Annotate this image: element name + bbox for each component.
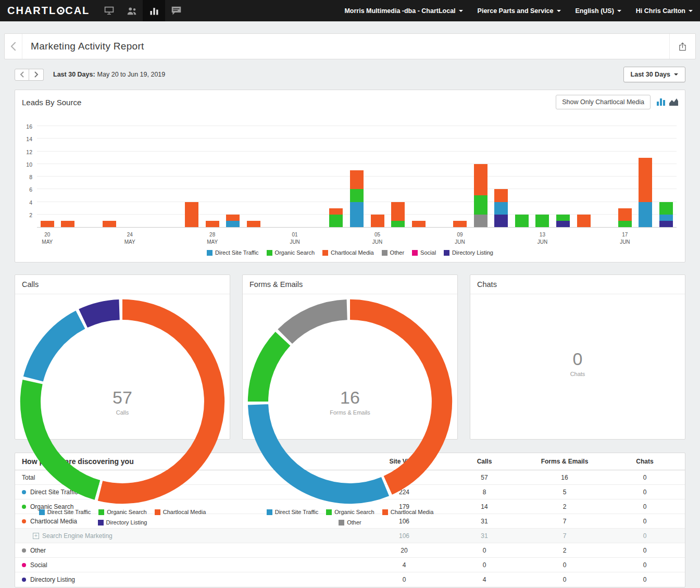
bar-segment [350, 189, 364, 202]
x-axis-label: 01JUN [284, 231, 305, 248]
bar-segment [453, 221, 467, 227]
row-value: 0 [605, 547, 685, 554]
logo-text-right: CAL [65, 5, 90, 17]
row-value: 0 [444, 561, 524, 569]
x-axis-label [181, 231, 202, 248]
stacked-bar [371, 215, 384, 227]
forms-card-title: Forms & Emails [243, 275, 457, 294]
business-dropdown[interactable]: Pierce Parts and Service [470, 0, 568, 21]
bar-segment [556, 221, 570, 227]
column-header-chats: Chats [605, 458, 685, 465]
row-label-cell: +Search Engine Marketing [15, 532, 364, 540]
date-range-value: May 20 to Jun 19, 2019 [97, 71, 166, 78]
x-axis-label [470, 231, 491, 248]
x-axis-label [222, 231, 243, 248]
y-axis-tick: 14 [26, 136, 32, 142]
nav-chat-icon[interactable] [165, 0, 188, 21]
chevron-down-icon [557, 10, 561, 12]
show-only-chartlocal-button[interactable]: Show Only Chartlocal Media [556, 95, 651, 109]
logo-target-icon [57, 7, 65, 15]
logo-text-left: CHARTL [7, 5, 56, 17]
stacked-bar [577, 215, 591, 227]
chart-type-toggle [657, 98, 678, 106]
chartlocal-logo[interactable]: CHARTL CAL [7, 5, 90, 17]
forms-emails-card: Forms & Emails 16 Forms & Emails Direct … [242, 274, 458, 440]
back-button[interactable] [5, 34, 22, 59]
y-axis-tick: 16 [26, 123, 32, 130]
chevron-left-icon [20, 71, 24, 78]
row-value: 2 [524, 503, 605, 510]
account-dropdown[interactable]: Morris Multimedia -dba - ChartLocal [337, 0, 470, 21]
top-navbar: CHARTL CAL Morris Multimedia -dba - Char… [0, 0, 700, 21]
row-value: 0 [444, 547, 524, 554]
area-chart-view-icon[interactable] [669, 98, 678, 106]
x-axis-label [491, 231, 511, 248]
bar-slot [470, 127, 491, 227]
y-axis-tick: 2 [29, 212, 32, 218]
chevron-down-icon [674, 73, 678, 76]
bar-segment [329, 208, 343, 215]
chats-zone: 0 Chats [470, 294, 685, 432]
stacked-bar [41, 221, 54, 227]
bar-slot [264, 127, 285, 227]
stacked-bar [329, 208, 343, 227]
date-range-text: Last 30 Days:May 20 to Jun 19, 2019 [53, 71, 165, 78]
bar-segment [618, 208, 632, 221]
row-label: Chartlocal Media [30, 518, 77, 525]
leads-chart: 246810121416 20MAY24MAY28MAY01JUN05JUN09… [15, 114, 685, 248]
row-value: 7 [524, 518, 605, 525]
leads-yaxis: 246810121416 [20, 127, 37, 228]
bar-slot [553, 127, 573, 227]
bar-slot [140, 127, 161, 227]
row-value: 0 [605, 474, 685, 481]
next-period-button[interactable] [29, 69, 44, 81]
table-row: Social4000 [15, 558, 685, 572]
date-pager [15, 69, 44, 81]
stacked-bar [659, 202, 673, 228]
stacked-bar [556, 215, 570, 227]
x-axis-label [388, 231, 408, 248]
x-axis-label [161, 231, 182, 248]
language-dropdown[interactable]: English (US) [568, 0, 629, 21]
row-label: Search Engine Marketing [42, 532, 113, 540]
nav-monitor-icon[interactable] [98, 0, 120, 21]
row-value: 0 [364, 576, 444, 583]
stacked-bar [61, 221, 74, 227]
nav-reports-icon[interactable] [143, 0, 165, 21]
previous-period-button[interactable] [15, 69, 29, 81]
expand-icon[interactable]: + [33, 533, 39, 539]
legend-swatch [207, 250, 213, 256]
row-value: 0 [605, 576, 685, 583]
bar-segment [577, 215, 591, 227]
x-axis-label [78, 231, 99, 248]
bar-slot [656, 127, 677, 227]
row-value: 7 [524, 532, 605, 540]
row-value: 31 [444, 518, 524, 525]
y-axis-tick: 10 [26, 161, 32, 168]
row-value: 106 [364, 518, 444, 525]
row-value: 16 [524, 474, 605, 481]
forms-donut-zone: 16 Forms & Emails [243, 294, 457, 509]
export-button[interactable] [669, 34, 695, 59]
stacked-bar [247, 221, 260, 227]
y-axis-tick: 6 [29, 186, 32, 193]
stacked-bar [185, 202, 198, 228]
bar-segment [329, 215, 343, 227]
column-header-forms-emails: Forms & Emails [524, 458, 605, 465]
bar-segment [535, 215, 549, 227]
row-value: 0 [605, 503, 685, 510]
nav-users-icon[interactable] [120, 0, 143, 21]
row-value: 0 [524, 561, 605, 569]
row-label: Social [30, 561, 47, 569]
date-range-selector[interactable]: Last 30 Days [623, 67, 685, 82]
x-axis-label: 28MAY [202, 231, 223, 248]
x-axis-label [140, 231, 161, 248]
bar-segment [474, 195, 488, 214]
bar-slot [99, 127, 120, 227]
x-axis-label [594, 231, 615, 248]
bar-chart-view-icon[interactable] [657, 98, 665, 106]
bar-segment [61, 221, 74, 227]
user-dropdown[interactable]: Hi Chris Carlton [629, 0, 700, 21]
stacked-bar [515, 215, 529, 227]
gridline [37, 126, 677, 126]
